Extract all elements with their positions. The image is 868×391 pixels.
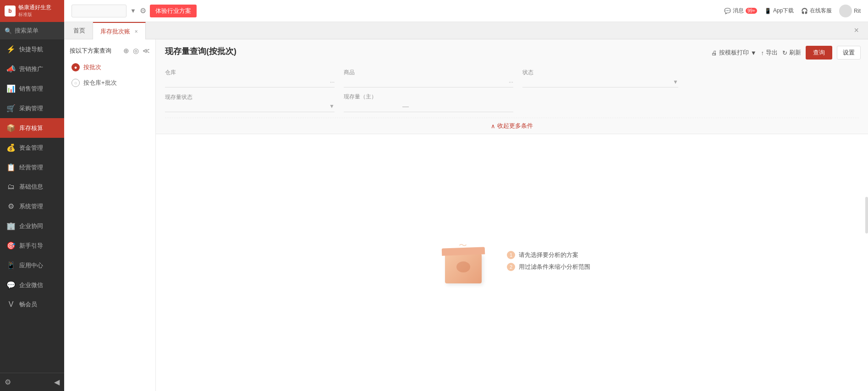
message-btn[interactable]: 💬 消息 99+	[724, 7, 757, 15]
stock-status-input-wrap: ▼	[165, 103, 335, 112]
sidebar-nav: ⚡ 快捷导航 📣 营销推广 📊 销售管理 🛒 采购管理 📦 库存核算 💰 资金管…	[0, 39, 64, 373]
print-dropdown-icon: ▼	[751, 49, 757, 56]
empty-illustration: 〜	[434, 238, 493, 288]
topbar-left: ▼ ⚙ 体验行业方案	[71, 5, 720, 17]
sidebar-item-sales[interactable]: 📊 销售管理	[0, 79, 64, 98]
topbar-right: 💬 消息 99+ 📱 App下载 🎧 在线客服 Rit	[724, 5, 861, 17]
online-service-btn[interactable]: 🎧 在线客服	[801, 7, 832, 15]
product-input[interactable]	[344, 78, 509, 85]
export-btn[interactable]: ↑ 导出	[761, 49, 778, 57]
search-menu[interactable]: 🔍 搜索菜单	[0, 22, 64, 39]
status-label: 状态	[522, 69, 678, 76]
experience-btn[interactable]: 体验行业方案	[150, 5, 197, 17]
guide-icon: 🎯	[6, 241, 16, 250]
collapse-icon: ∧	[491, 123, 495, 130]
sidebar-item-purchase[interactable]: 🛒 采购管理	[0, 98, 64, 118]
scheme-item-by-warehouse-batch[interactable]: ○ 按仓库+批次	[64, 75, 155, 91]
warehouse-more-btn[interactable]: ···	[330, 79, 335, 85]
scheme-item-by-batch[interactable]: ● 按批次	[64, 60, 155, 75]
app-title: 畅康通好生意	[18, 4, 51, 11]
sidebar-item-marketing[interactable]: 📣 营销推广	[0, 59, 64, 79]
stock-amount-label: 现存量（主）	[344, 93, 513, 101]
warehouse-input[interactable]	[165, 78, 330, 85]
sidebar-item-basic[interactable]: 🗂 基础信息	[0, 177, 64, 196]
finance-icon: 💰	[6, 143, 16, 152]
collapse-panel-btn[interactable]: ≪	[143, 47, 150, 55]
content-area: 按以下方案查询 ⊕ ◎ ≪ ● 按批次 ○ 按仓库+批次 现存量查询(按批次)	[64, 39, 868, 391]
app-download-btn[interactable]: 📱 App下载	[764, 7, 794, 15]
sidebar-item-enterprise[interactable]: 🏢 企业协同	[0, 216, 64, 236]
refresh-label: 刷新	[789, 49, 801, 57]
tab-panel-close-icon[interactable]: ×	[846, 26, 866, 35]
sidebar-item-label: 企业协同	[19, 222, 43, 230]
tab-inventory-batch[interactable]: 库存批次账 ×	[93, 22, 146, 39]
left-panel-actions: ⊕ ◎ ≪	[123, 47, 150, 55]
hint-1: 1 请先选择要分析的方案	[507, 251, 590, 259]
export-icon: ↑	[761, 49, 764, 56]
user-profile[interactable]: Rit	[839, 5, 861, 17]
tab-inventory-batch-label: 库存批次账	[100, 28, 130, 35]
status-input-wrap: ▼	[522, 78, 678, 87]
stock-status-label: 现存量状态	[165, 93, 335, 101]
quick-nav-icon: ⚡	[6, 45, 16, 54]
avatar	[839, 5, 852, 17]
stock-amount-to[interactable]	[412, 103, 467, 110]
collapse-sidebar-icon[interactable]: ◀	[54, 378, 60, 386]
sidebar-item-finance[interactable]: 💰 资金管理	[0, 138, 64, 157]
sidebar-item-operations[interactable]: 📋 经营管理	[0, 157, 64, 177]
tab-home[interactable]: 首页	[66, 22, 93, 39]
product-more-btn[interactable]: ···	[509, 79, 513, 85]
online-service-label: 在线客服	[810, 7, 832, 15]
stock-amount-from[interactable]	[344, 103, 399, 110]
settings-icon[interactable]: ⚙	[5, 378, 11, 386]
tab-home-label: 首页	[73, 27, 85, 34]
sidebar-item-system[interactable]: ⚙ 系统管理	[0, 196, 64, 216]
inventory-icon: 📦	[6, 124, 16, 132]
sidebar-item-label: 基础信息	[19, 183, 43, 191]
purchase-icon: 🛒	[6, 104, 16, 113]
empty-state: 〜 1 请先选择要分析的方案 2 用过滤条件来缩小分析范围	[156, 134, 868, 391]
add-scheme-btn[interactable]: ⊕	[123, 47, 129, 55]
filter-collapse-btn[interactable]: ∧ 收起更多条件	[165, 118, 859, 134]
left-panel-title: 按以下方案查询	[70, 47, 111, 55]
app-logo: b	[5, 5, 16, 16]
sidebar-item-label: 畅会员	[19, 300, 37, 309]
tab-close-icon[interactable]: ×	[135, 28, 138, 35]
topbar-search-input[interactable]	[71, 5, 126, 17]
topbar-gear-btn[interactable]: ⚙	[140, 6, 146, 15]
tabs-bar: 首页 库存批次账 × ×	[64, 22, 868, 39]
status-select[interactable]	[522, 78, 673, 85]
stock-status-dropdown-icon[interactable]: ▼	[329, 103, 335, 109]
username-label: Rit	[854, 8, 861, 14]
scheme-by-warehouse-batch-icon: ○	[71, 79, 80, 87]
settings-btn[interactable]: 设置	[837, 46, 861, 60]
sidebar-item-inventory[interactable]: 📦 库存核算	[0, 118, 64, 138]
stock-amount-dash: —	[402, 103, 409, 110]
sidebar-item-vip[interactable]: V 畅会员	[0, 295, 64, 314]
sidebar-item-guide[interactable]: 🎯 新手引导	[0, 236, 64, 255]
refresh-btn[interactable]: ↻ 刷新	[782, 49, 801, 57]
basic-icon: 🗂	[6, 183, 16, 191]
query-btn[interactable]: 查询	[806, 46, 832, 60]
sidebar-item-quick-nav[interactable]: ⚡ 快捷导航	[0, 39, 64, 59]
stock-status-select[interactable]	[165, 103, 329, 110]
empty-hints: 1 请先选择要分析的方案 2 用过滤条件来缩小分析范围	[507, 251, 590, 275]
sidebar-item-appcenter[interactable]: 📱 应用中心	[0, 255, 64, 275]
sidebar-item-wechat[interactable]: 💬 企业微信	[0, 275, 64, 295]
app-download-label: App下载	[773, 7, 794, 15]
main-area: ▼ ⚙ 体验行业方案 💬 消息 99+ 📱 App下载 🎧 在线客服 Rit	[64, 0, 868, 391]
sidebar-item-label: 营销推广	[19, 65, 43, 73]
print-btn[interactable]: 🖨 按模板打印 ▼	[711, 49, 757, 57]
message-label: 消息	[733, 7, 744, 15]
message-badge: 99+	[746, 8, 757, 14]
scroll-indicator[interactable]	[865, 197, 868, 234]
status-dropdown-icon[interactable]: ▼	[673, 79, 678, 85]
left-panel: 按以下方案查询 ⊕ ◎ ≪ ● 按批次 ○ 按仓库+批次	[64, 39, 156, 391]
warehouse-label: 仓库	[165, 69, 335, 76]
scheme-settings-btn[interactable]: ◎	[133, 47, 139, 55]
toolbar-right: 🖨 按模板打印 ▼ ↑ 导出 ↻ 刷新 查询 设置	[711, 46, 861, 60]
operations-icon: 📋	[6, 163, 16, 172]
print-icon: 🖨	[711, 49, 717, 56]
sidebar-item-label: 销售管理	[19, 85, 43, 93]
topbar-dropdown-btn[interactable]: ▼	[130, 7, 136, 14]
